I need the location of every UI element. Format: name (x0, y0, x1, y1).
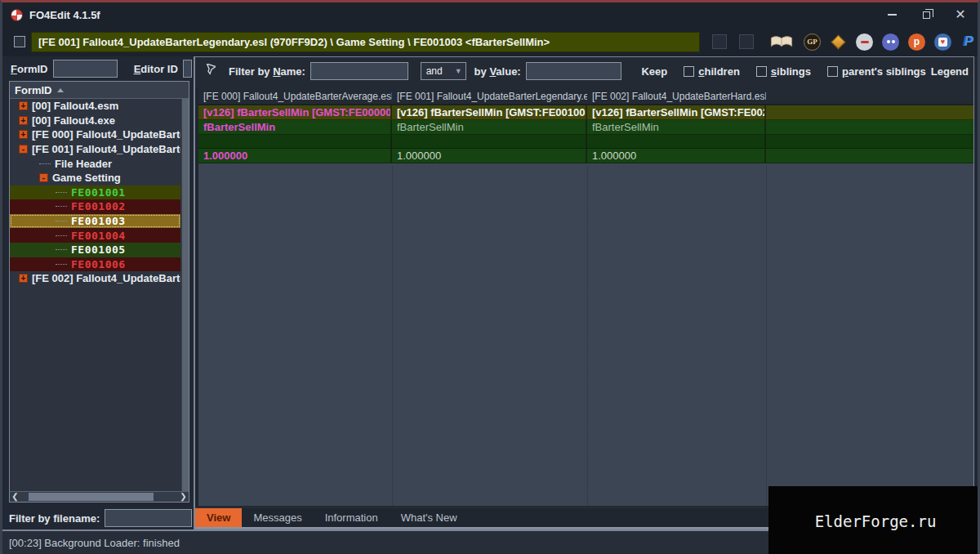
restore-icon (923, 11, 930, 19)
keep-children-checkbox[interactable] (684, 66, 694, 77)
keep-siblings-checkbox[interactable] (756, 66, 767, 77)
title-bar: FO4Edit 4.1.5f ✕ (2, 2, 978, 27)
record-path-bar[interactable]: [FE 001] Fallout4_UpdateBarterLegendary.… (31, 32, 700, 52)
minimize-icon (888, 14, 897, 16)
status-text: [00:23] Background Loader: finished (9, 537, 180, 549)
tree-item-fe001[interactable]: -[FE 001] Fallout4_UpdateBarterLe... (10, 142, 180, 157)
tree-item-fe000[interactable]: +[FE 000] Fallout4_UpdateBarterA... (10, 127, 180, 142)
tab-whats-new[interactable]: What's New (390, 508, 469, 527)
formid-editorid-row: FormID Editor ID (2, 56, 192, 81)
filter-name-input[interactable] (310, 62, 408, 80)
collapse-minus-icon[interactable]: - (39, 173, 48, 182)
tree-item-fe001004[interactable]: FE001004 (10, 228, 180, 243)
window-title: FO4Edit 4.1.5f (29, 9, 100, 21)
table-row-separator[interactable] (198, 135, 973, 149)
scroll-right-icon[interactable]: ❯ (178, 492, 189, 502)
scroll-left-icon[interactable]: ❮ (10, 492, 20, 502)
keep-parents-siblings-label: parent's siblings (842, 65, 926, 78)
app-icon (11, 9, 23, 21)
filter-by-value-label: by Value: (474, 65, 521, 78)
chevron-down-icon: ▼ (455, 67, 462, 75)
tree-item-fe001005[interactable]: FE001005 (10, 243, 180, 257)
navigation-tree: FormID +[00] Fallout4.esm +[00] Fallout4… (9, 81, 189, 503)
expand-plus-icon[interactable]: + (19, 130, 28, 139)
scrollbar-thumb[interactable] (29, 493, 154, 501)
filter-row: Filter by Name: and▼ by Value: Keep chil… (195, 57, 973, 85)
formid-label: FormID (11, 63, 48, 75)
keep-children-label: children (698, 65, 740, 78)
watermark-text: ElderForge.ru (815, 512, 937, 530)
paypal-icon[interactable]: P (960, 34, 978, 51)
tree-item-game-setting[interactable]: -Game Setting (10, 171, 180, 185)
fo4edit-window: FO4Edit 4.1.5f ✕ [FE 001] Fallout4_Updat… (0, 0, 980, 554)
collapse-minus-icon[interactable]: - (19, 145, 28, 154)
keep-parents-siblings-checkbox[interactable] (827, 66, 838, 77)
table-row-data-value[interactable]: 1.000000 1.000000 1.000000 (198, 149, 973, 163)
tree-item-fe002[interactable]: +[FE 002] Fallout4_UpdateBarterH... (10, 271, 180, 286)
keep-siblings-label: siblings (771, 65, 811, 78)
lips-shape (861, 41, 869, 43)
tree-item-fe001002[interactable]: FE001002 (10, 199, 180, 214)
tree-header-formid[interactable]: FormID (10, 82, 189, 99)
column-header-fe000[interactable]: [FE 000] Fallout4_UpdateBarterAverage.es… (198, 88, 392, 104)
tree-item-file-header[interactable]: File Header (10, 156, 180, 171)
keep-label: Keep (641, 65, 667, 78)
nav-back-button[interactable] (712, 34, 727, 49)
tree-item-fallout4-esm[interactable]: +[00] Fallout4.esm (10, 99, 180, 114)
toolbar-checkbox[interactable] (14, 36, 25, 47)
filter-by-name-label: Filter by Name: (229, 65, 305, 78)
minimize-button[interactable] (875, 2, 909, 27)
column-header-fe001[interactable]: [FE 001] Fallout4_UpdateBarterLegendary.… (392, 88, 587, 104)
expand-plus-icon[interactable]: + (19, 101, 28, 110)
sort-ascending-icon (57, 88, 64, 92)
filename-filter-label: Filter by filename: (9, 512, 100, 525)
editorid-input[interactable] (183, 60, 192, 78)
expand-plus-icon[interactable]: + (19, 274, 28, 283)
table-row-editor-id[interactable]: fBarterSellMin fBarterSellMin fBarterSel… (198, 120, 973, 135)
tree-item-fallout4-exe[interactable]: +[00] Fallout4.exe (10, 114, 180, 128)
record-view-pane: Filter by Name: and▼ by Value: Keep chil… (194, 56, 974, 529)
column-divider-lines (198, 166, 973, 506)
close-icon: ✕ (955, 8, 965, 21)
filter-operator-select[interactable]: and▼ (421, 62, 466, 80)
tab-information[interactable]: Information (314, 508, 390, 527)
book-icon[interactable] (768, 34, 795, 51)
nexus-icon[interactable] (830, 34, 847, 51)
editorid-label: Editor ID (134, 63, 178, 75)
filter-value-input[interactable] (526, 62, 622, 80)
nav-forward-button[interactable] (739, 34, 754, 49)
close-button[interactable]: ✕ (943, 2, 978, 27)
tree-item-fe001001[interactable]: FE001001 (10, 185, 180, 200)
nexus-diamond (831, 34, 845, 49)
tree-item-fe001006[interactable]: FE001006 (10, 257, 180, 272)
discord-icon[interactable] (882, 34, 899, 51)
column-header-fe002[interactable]: [FE 002] Fallout4_UpdateBarterHard.esl (587, 88, 766, 104)
mask-icon[interactable] (856, 34, 873, 51)
table-header-row: [FE 000] Fallout4_UpdateBarterAverage.es… (198, 88, 973, 105)
record-compare-table: [FE 000] Fallout4_UpdateBarterAverage.es… (195, 88, 973, 506)
legend-button[interactable]: Legend (931, 65, 969, 78)
patreon-icon[interactable]: p (908, 34, 925, 51)
formid-input[interactable] (53, 60, 118, 78)
toolbar: [FE 001] Fallout4_UpdateBarterLegendary.… (2, 27, 978, 56)
restore-button[interactable] (909, 2, 943, 27)
tree-item-fe001003-selected[interactable]: FE001003 (10, 214, 180, 229)
tab-messages[interactable]: Messages (242, 508, 313, 527)
tree-horizontal-scrollbar[interactable]: ❮ ❯ (10, 491, 189, 502)
expand-plus-icon[interactable]: + (19, 116, 28, 125)
table-row-record-header[interactable]: [v126] fBarterSellMin [GMST:FE000003] [v… (198, 105, 973, 120)
filter-funnel-icon[interactable] (204, 64, 216, 78)
watermark-overlay: ElderForge.ru (768, 486, 980, 554)
filename-filter-input[interactable] (105, 509, 192, 527)
filename-filter-row: Filter by filename: (9, 507, 192, 529)
sponsor-heart-icon[interactable]: ♥ (934, 34, 951, 51)
tree-vertical-scrollbar[interactable] (181, 99, 189, 491)
tab-view[interactable]: View (195, 508, 242, 527)
gp-icon[interactable]: GP (804, 34, 821, 51)
